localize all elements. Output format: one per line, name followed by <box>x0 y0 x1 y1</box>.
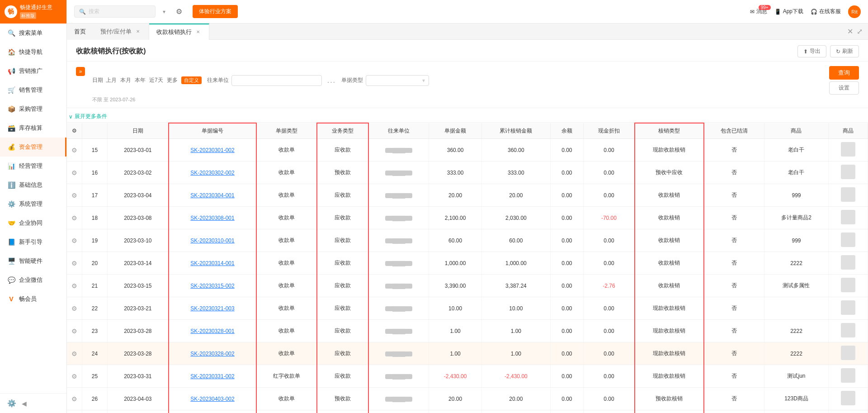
cell-gear[interactable]: ⚙ <box>67 252 82 275</box>
app-download-button[interactable]: 📱 App下载 <box>774 8 803 15</box>
cell-date: 2023-03-02 <box>108 161 169 184</box>
cell-doc-no[interactable]: SK-20230301-002 <box>169 139 257 161</box>
cell-doc-no[interactable]: SK-20230310-001 <box>169 229 257 252</box>
filter-date-custom-button[interactable]: 自定义 <box>181 76 202 84</box>
cell-gear[interactable]: ⚙ <box>67 342 82 365</box>
row-gear-icon: ⚙ <box>71 305 77 312</box>
cell-gear[interactable]: ⚙ <box>67 410 82 413</box>
doc-no-link[interactable]: SK-20230328-001 <box>190 328 234 334</box>
cell-doc-no[interactable]: SK-20230315-002 <box>169 275 257 297</box>
sidebar-item-member[interactable]: V 畅会员 <box>0 290 66 309</box>
tab-collection[interactable]: 收款核销执行 ✕ <box>149 24 209 40</box>
cell-doc-no[interactable]: SK-20230328-001 <box>169 320 257 342</box>
doc-no-link[interactable]: SK-20230310-001 <box>190 237 234 244</box>
doc-no-link[interactable]: SK-20230403-002 <box>190 396 234 402</box>
cell-date: 2023-03-14 <box>108 252 169 275</box>
cell-gear[interactable]: ⚙ <box>67 388 82 410</box>
sidebar-item-label: 企业协同 <box>19 219 42 227</box>
cell-gear[interactable]: ⚙ <box>67 275 82 297</box>
sidebar-settings-icon[interactable]: ⚙️ <box>7 399 16 408</box>
cell-gear[interactable]: ⚙ <box>67 297 82 320</box>
sidebar-item-operation[interactable]: 📊 经营管理 <box>0 157 66 176</box>
sidebar-item-guide[interactable]: 📘 新手引导 <box>0 233 66 252</box>
system-icon: ⚙️ <box>7 200 15 208</box>
solution-button[interactable]: 体验行业方案 <box>193 5 238 18</box>
th-settings[interactable]: ⚙ <box>67 123 82 139</box>
tab-collection-close-icon[interactable]: ✕ <box>194 28 202 36</box>
topbar-gear-button[interactable]: ⚙ <box>173 5 185 18</box>
sidebar-item-wechat[interactable]: 💬 企业微信 <box>0 271 66 290</box>
cell-row-num: 22 <box>82 297 108 320</box>
tab-prepay[interactable]: 预付/应付单 ✕ <box>93 24 149 40</box>
refresh-button[interactable]: ↻ 刷新 <box>830 45 859 57</box>
message-button[interactable]: ✉ 消息 99+ <box>750 8 767 15</box>
filter-toggle-button[interactable]: » <box>76 67 85 76</box>
doc-no-link[interactable]: SK-20230308-001 <box>190 215 234 221</box>
user-avatar[interactable]: Rit <box>848 5 861 18</box>
tab-prepay-close-icon[interactable]: ✕ <box>134 28 142 35</box>
query-button[interactable]: 查询 <box>829 66 859 80</box>
filter-date-this-year[interactable]: 本年 <box>135 76 146 84</box>
tab-close-all-icon[interactable]: ✕ <box>847 27 853 36</box>
sidebar-item-hardware[interactable]: 🖥️ 智能硬件 <box>0 252 66 271</box>
cell-gear[interactable]: ⚙ <box>67 229 82 252</box>
sidebar-item-system[interactable]: ⚙️ 系统管理 <box>0 195 66 214</box>
expand-more-button[interactable]: ∨ 展开更多条件 <box>69 113 866 120</box>
filter-date-this-month[interactable]: 本月 <box>120 76 131 84</box>
cell-product2 <box>829 184 868 207</box>
sidebar-item-search[interactable]: 🔍 搜索菜单 <box>0 24 66 43</box>
cell-gear[interactable]: ⚙ <box>67 161 82 184</box>
sidebar-item-marketing[interactable]: 📢 营销推广 <box>0 62 66 81</box>
cell-gear[interactable]: ⚙ <box>67 207 82 229</box>
cell-doc-no[interactable]: SK-20230331-002 <box>169 365 257 388</box>
sidebar-item-basic[interactable]: ℹ️ 基础信息 <box>0 176 66 195</box>
tab-expand-icon[interactable]: ⤢ <box>857 27 863 36</box>
topbar-search-box[interactable]: 🔍 搜索 <box>74 5 156 18</box>
tab-home[interactable]: 首页 <box>67 24 93 40</box>
cell-product2 <box>829 388 868 410</box>
doc-no-link[interactable]: SK-20230302-002 <box>190 170 234 176</box>
filter-date-prev-month[interactable]: 上月 <box>106 76 117 84</box>
online-service-button[interactable]: 🎧 在线客服 <box>811 8 841 15</box>
cell-doc-no[interactable]: SK-20230314-001 <box>169 252 257 275</box>
doc-no-link[interactable]: SK-20230331-002 <box>190 373 234 380</box>
filter-partner-input[interactable] <box>231 75 322 86</box>
cell-doc-no[interactable]: SK-20230302-002 <box>169 161 257 184</box>
cell-biz-type: 应收款 <box>317 365 368 388</box>
cell-biz-type: 应收款 <box>317 297 368 320</box>
doc-no-link[interactable]: SK-20230304-001 <box>190 192 234 199</box>
sidebar-item-finance[interactable]: 💰 资金管理 <box>0 138 66 157</box>
cell-doc-no[interactable]: SK-20230308-001 <box>169 207 257 229</box>
cell-gear[interactable]: ⚙ <box>67 320 82 342</box>
cell-product2 <box>829 252 868 275</box>
setting-button[interactable]: 设置 <box>829 81 859 95</box>
cell-gear[interactable]: ⚙ <box>67 184 82 207</box>
cell-doc-no[interactable]: SK-20230304-001 <box>169 184 257 207</box>
row-gear-icon: ⚙ <box>71 169 77 176</box>
doc-no-link[interactable]: SK-20230314-001 <box>190 260 234 266</box>
doc-no-link[interactable]: SK-20230315-002 <box>190 283 234 289</box>
cell-gear[interactable]: ⚙ <box>67 365 82 388</box>
cell-cumulative: 360.00 <box>482 139 551 161</box>
doc-no-link[interactable]: SK-20230321-003 <box>190 305 234 312</box>
sidebar-item-quicknav[interactable]: 🏠 快捷导航 <box>0 43 66 62</box>
filter-doc-type-select[interactable]: ▾ <box>366 75 429 86</box>
table-body: ⚙ 15 2023-03-01 SK-20230301-002 收款单 应收款 … <box>67 139 868 413</box>
sidebar-collapse-icon[interactable]: ◀ <box>22 400 27 407</box>
doc-no-link[interactable]: SK-20230328-002 <box>190 351 234 357</box>
sidebar-item-enterprise[interactable]: 🤝 企业协同 <box>0 214 66 233</box>
doc-no-link[interactable]: SK-20230301-002 <box>190 147 234 153</box>
cell-doc-no[interactable]: SK-20230408-001 <box>169 410 257 413</box>
export-button[interactable]: ⬆ 导出 <box>797 45 826 57</box>
filter-date-recent7[interactable]: 近7天 <box>149 76 163 84</box>
cell-doc-no[interactable]: SK-20230321-003 <box>169 297 257 320</box>
cell-cumulative: 1.00 <box>482 342 551 365</box>
cell-doc-no[interactable]: SK-20230328-002 <box>169 342 257 365</box>
cell-date: 2023-04-08 <box>108 410 169 413</box>
cell-doc-no[interactable]: SK-20230403-002 <box>169 388 257 410</box>
filter-date-more[interactable]: 更多 <box>167 76 178 84</box>
sidebar-item-purchase[interactable]: 📦 采购管理 <box>0 100 66 119</box>
cell-gear[interactable]: ⚙ <box>67 139 82 161</box>
sidebar-item-inventory[interactable]: 🗃️ 库存核算 <box>0 119 66 138</box>
sidebar-item-sales[interactable]: 🛒 销售管理 <box>0 81 66 100</box>
